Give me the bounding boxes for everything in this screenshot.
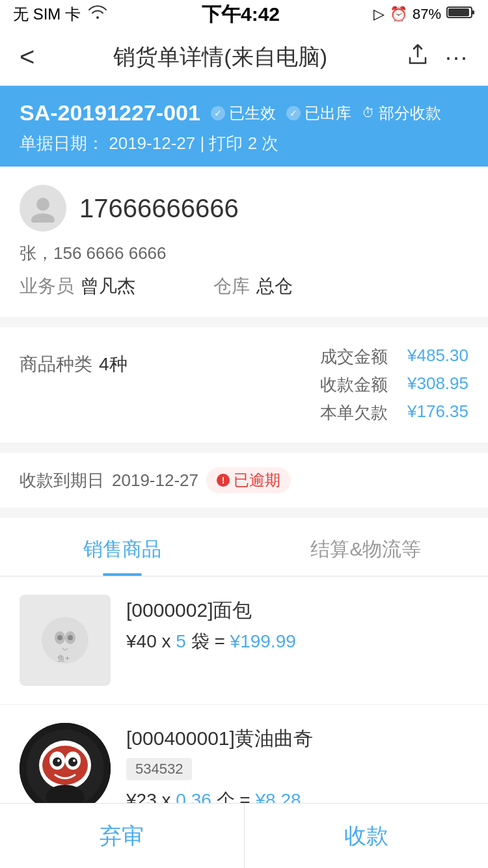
category-label: 商品种类 (20, 352, 92, 377)
back-button[interactable]: < (20, 42, 34, 72)
product-image-2 (20, 723, 111, 814)
category-count: 4种 (99, 352, 128, 377)
customer-info-row: 业务员 曾凡杰 仓库 总仓 (20, 274, 468, 299)
overdue-icon: ! (217, 474, 230, 487)
cancel-button[interactable]: 弃审 (0, 804, 245, 868)
product-price-1: ¥40 x 5 袋 = ¥199.99 (126, 629, 468, 654)
order-header-banner: SA-20191227-001 ✓ 已生效 ✓ 已出库 ⏱ 部分收款 单据日期：… (0, 86, 488, 167)
product-details-1: [0000002]面包 ¥40 x 5 袋 = ¥199.99 (126, 595, 468, 654)
sales-label: 业务员 (20, 274, 74, 299)
svg-text:鱼+: 鱼+ (57, 654, 70, 663)
sales-value: 曾凡杰 (81, 274, 135, 299)
summary-right: 成交金额 ¥485.30 收款金额 ¥308.95 本单欠款 ¥176.35 (320, 346, 468, 424)
svg-point-17 (53, 757, 62, 766)
svg-point-20 (73, 759, 75, 762)
product-sku-2: 534532 (126, 758, 192, 780)
received-label: 收款金额 (320, 373, 388, 396)
alarm-icon: ⏰ (390, 6, 407, 23)
battery-label: 87% (413, 6, 441, 23)
due-value: ¥176.35 (407, 401, 468, 424)
tab-products[interactable]: 销售商品 (0, 518, 244, 576)
customer-avatar (20, 185, 66, 232)
svg-point-8 (57, 635, 62, 640)
svg-point-4 (31, 213, 55, 223)
received-value: ¥308.95 (407, 373, 468, 396)
collect-button[interactable]: 收款 (245, 804, 489, 868)
nav-bar: < 销货单详情(来自电脑) ··· (0, 29, 488, 86)
carrier-label: 无 SIM 卡 (13, 4, 81, 25)
badge-shipped: ✓ 已出库 (286, 103, 351, 124)
svg-point-19 (57, 759, 60, 762)
warehouse-value: 总仓 (256, 274, 293, 299)
bottom-bar: 弃审 收款 (0, 803, 488, 868)
amount-value: ¥485.30 (407, 346, 468, 368)
due-label: 本单欠款 (320, 401, 388, 424)
customer-section: 17666666666 张，156 6666 6666 业务员 曾凡杰 仓库 总… (0, 167, 488, 317)
wifi-icon (87, 5, 108, 24)
page-title: 销货单详情(来自电脑) (113, 42, 327, 72)
overdue-badge: ! 已逾期 (206, 467, 291, 493)
more-button[interactable]: ··· (445, 44, 468, 71)
customer-name-phone: 张，156 6666 6666 (20, 242, 468, 265)
warehouse-label: 仓库 (213, 274, 250, 299)
order-id: SA-20191227-001 (20, 100, 200, 126)
product-image-1: 鱼+ (20, 595, 111, 686)
svg-rect-1 (472, 10, 474, 14)
svg-point-9 (68, 635, 73, 640)
badge-partial: ⏱ 部分收款 (362, 103, 441, 124)
amount-label: 成交金额 (320, 346, 388, 368)
battery-icon (446, 5, 475, 23)
product-total-1: ¥199.99 (230, 631, 296, 651)
product-list: 鱼+ [0000002]面包 ¥40 x 5 袋 = ¥199.99 (0, 576, 488, 833)
location-icon: ▷ (373, 6, 385, 23)
overdue-label: 已逾期 (234, 470, 280, 491)
status-time: 下午4:42 (202, 1, 280, 28)
order-date-row: 单据日期： 2019-12-27 | 打印 2 次 (20, 132, 468, 155)
nav-actions: ··· (406, 42, 468, 72)
due-date-label: 收款到期日 (20, 469, 104, 492)
svg-point-18 (68, 757, 77, 766)
status-right: ▷ ⏰ 87% (373, 5, 475, 23)
customer-phone: 17666666666 (79, 194, 239, 223)
product-qty-1: 5 (176, 631, 186, 651)
summary-section: 商品种类 4种 成交金额 ¥485.30 收款金额 ¥308.95 本单欠款 ¥… (0, 327, 488, 442)
due-date-value: 2019-12-27 (112, 470, 198, 491)
status-left: 无 SIM 卡 (13, 4, 108, 25)
tab-settlement[interactable]: 结算&物流等 (244, 518, 488, 576)
product-name-1: [0000002]面包 (126, 597, 468, 624)
product-details-2: [000400001]黄油曲奇 534532 ¥23 x 0.36 个 = ¥8… (126, 723, 468, 813)
status-bar: 无 SIM 卡 下午4:42 ▷ ⏰ 87% (0, 0, 488, 29)
badge-active: ✓ 已生效 (211, 103, 276, 124)
svg-rect-2 (448, 8, 469, 16)
tabs-section: 销售商品 结算&物流等 (0, 518, 488, 576)
due-date-section: 收款到期日 2019-12-27 ! 已逾期 (0, 453, 488, 508)
share-button[interactable] (406, 42, 429, 72)
product-name-2: [000400001]黄油曲奇 (126, 726, 468, 752)
product-item-1: 鱼+ [0000002]面包 ¥40 x 5 袋 = ¥199.99 (0, 576, 488, 705)
svg-point-3 (36, 198, 49, 211)
